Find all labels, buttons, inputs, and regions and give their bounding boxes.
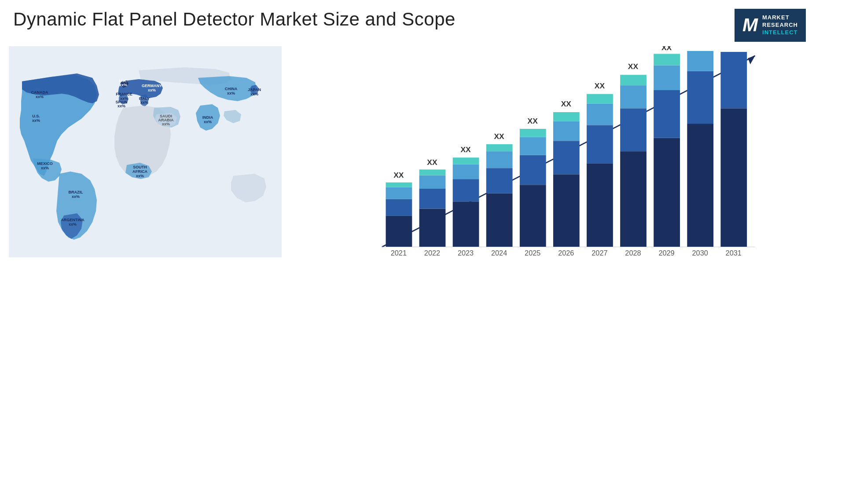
svg-rect-90 [687,71,713,124]
svg-text:xx%: xx% [36,95,44,99]
svg-rect-37 [386,187,412,199]
svg-text:2028: 2028 [625,249,641,257]
svg-rect-47 [453,201,479,247]
svg-text:XX: XX [595,81,605,90]
svg-rect-38 [386,182,412,187]
svg-rect-66 [553,141,580,174]
top-content: CANADA xx% U.S. xx% MEXICO xx% BRAZIL xx… [0,46,845,504]
svg-rect-41 [419,208,446,247]
svg-text:GERMANY: GERMANY [142,84,162,88]
map-container: CANADA xx% U.S. xx% MEXICO xx% BRAZIL xx… [9,46,282,257]
svg-rect-73 [587,103,613,125]
svg-rect-74 [587,94,613,103]
svg-text:2023: 2023 [458,249,474,257]
svg-rect-62 [520,129,546,137]
svg-text:2025: 2025 [525,249,540,257]
logo-text: MARKET RESEARCH INTELLECT [762,14,798,37]
svg-rect-55 [486,151,513,168]
svg-text:2030: 2030 [692,249,708,257]
svg-text:2029: 2029 [658,249,674,257]
svg-text:XX: XX [695,46,705,48]
svg-text:xx%: xx% [136,174,144,178]
svg-text:ARGENTINA: ARGENTINA [61,218,84,222]
svg-rect-65 [553,174,580,247]
svg-rect-49 [453,164,479,179]
svg-rect-59 [520,185,546,247]
svg-text:XX: XX [561,99,572,108]
logo-box: M MARKET RESEARCH INTELLECT [735,9,806,42]
logo-area: M MARKET RESEARCH INTELLECT [709,9,832,42]
bar-chart-svg: XX 2021 XX 2022 XX 2023 XX 2024 [286,46,832,266]
logo-line-2: RESEARCH [762,22,798,29]
svg-text:XX: XX [460,145,471,154]
map-section: CANADA xx% U.S. xx% MEXICO xx% BRAZIL xx… [9,46,282,266]
svg-rect-56 [486,144,513,151]
svg-rect-71 [587,163,613,247]
svg-text:XX: XX [528,117,538,125]
logo-line-3: INTELLECT [762,29,798,37]
svg-text:xx%: xx% [162,122,170,126]
svg-rect-60 [520,155,546,184]
svg-rect-80 [620,75,647,85]
svg-text:INDIA: INDIA [202,115,213,120]
svg-rect-85 [654,65,680,90]
barchart-section: XX 2021 XX 2022 XX 2023 XX 2024 [282,46,836,266]
svg-rect-50 [453,157,479,164]
svg-text:AFRICA: AFRICA [132,169,147,174]
svg-text:xx%: xx% [227,91,235,95]
svg-text:XX: XX [494,132,505,141]
svg-text:xx%: xx% [72,194,80,199]
svg-text:xx%: xx% [119,83,127,87]
svg-text:xx%: xx% [41,166,49,170]
svg-text:2022: 2022 [424,249,440,257]
svg-text:CHINA: CHINA [225,87,238,91]
svg-text:xx%: xx% [148,88,156,92]
svg-rect-86 [654,54,680,65]
svg-rect-42 [419,189,446,209]
svg-rect-54 [486,168,513,194]
svg-rect-93 [720,108,747,247]
svg-text:2021: 2021 [391,249,407,257]
svg-text:2027: 2027 [592,249,607,257]
world-map-svg: CANADA xx% U.S. xx% MEXICO xx% BRAZIL xx… [9,46,282,257]
svg-text:BRAZIL: BRAZIL [69,190,83,194]
svg-text:2026: 2026 [558,249,574,257]
svg-text:XX: XX [393,171,404,179]
svg-rect-94 [720,52,747,108]
svg-rect-91 [687,51,713,71]
svg-text:XX: XX [628,62,639,71]
svg-text:xx%: xx% [118,104,125,108]
svg-rect-53 [486,193,513,247]
svg-rect-78 [620,108,647,151]
svg-rect-43 [419,175,446,188]
svg-text:MEXICO: MEXICO [37,161,53,166]
svg-rect-83 [654,138,680,247]
logo-line-1: MARKET [762,14,798,22]
svg-rect-61 [520,137,546,155]
svg-rect-77 [620,151,647,247]
svg-marker-34 [748,55,755,64]
svg-text:xx%: xx% [204,120,212,124]
svg-text:xx%: xx% [32,118,40,123]
svg-text:XX: XX [661,46,672,52]
svg-text:FRANCE: FRANCE [116,92,132,96]
svg-rect-68 [553,112,580,121]
svg-rect-84 [654,90,680,138]
svg-text:CANADA: CANADA [31,90,48,95]
svg-text:JAPAN: JAPAN [248,88,261,92]
svg-rect-89 [687,124,713,247]
svg-rect-48 [453,179,479,201]
svg-text:SOUTH: SOUTH [133,165,147,169]
svg-rect-36 [386,199,412,215]
svg-text:xx%: xx% [140,100,148,105]
page-title: Dynamic Flat Panel Detector Market Size … [13,9,456,30]
svg-text:U.S.: U.S. [32,114,40,118]
header: Dynamic Flat Panel Detector Market Size … [0,0,845,46]
logo-letter: M [742,15,758,36]
svg-text:2031: 2031 [726,249,742,257]
svg-text:XX: XX [427,157,437,166]
svg-rect-79 [620,85,647,108]
svg-rect-44 [419,169,446,175]
svg-text:xx%: xx% [69,222,77,226]
svg-rect-72 [587,125,613,163]
